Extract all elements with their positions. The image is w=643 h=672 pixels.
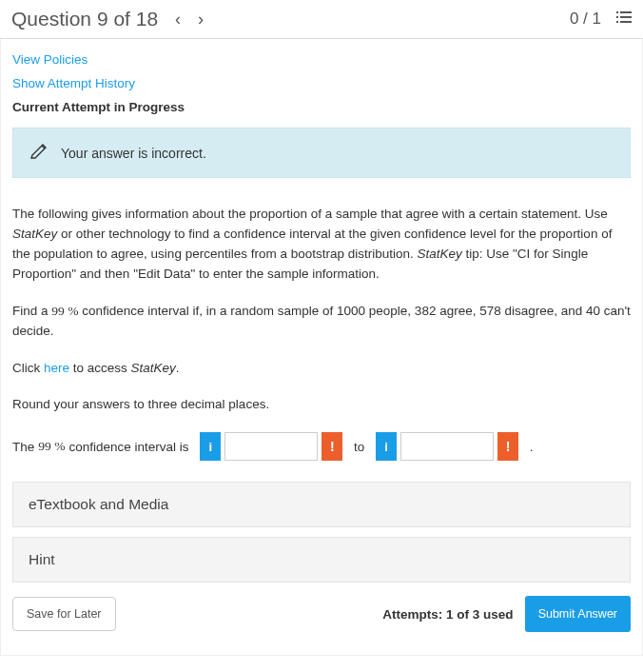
- instructions-p2: Find a 99 % confidence interval if, in a…: [12, 302, 631, 342]
- p5pct: 99 %: [38, 439, 65, 454]
- p3b: to access: [69, 361, 131, 375]
- footer-row: Save for Later Attempts: 1 of 3 used Sub…: [12, 596, 631, 632]
- instructions-p3: Click here to access StatKey.: [12, 359, 631, 379]
- submit-answer-button[interactable]: Submit Answer: [525, 596, 631, 632]
- error-icon-2: !: [497, 432, 518, 461]
- show-attempt-history-link[interactable]: Show Attempt History: [12, 76, 631, 90]
- statkey-2: StatKey: [418, 247, 462, 261]
- view-policies-link[interactable]: View Policies: [12, 52, 631, 67]
- save-for-later-button[interactable]: Save for Later: [12, 597, 116, 631]
- p2a: Find a: [12, 304, 51, 318]
- info-icon-2[interactable]: i: [376, 432, 397, 461]
- header-right: 0 / 1: [570, 10, 632, 29]
- statkey-3: StatKey: [131, 361, 176, 375]
- etextbook-panel[interactable]: eTextbook and Media: [12, 482, 631, 527]
- content-area: View Policies Show Attempt History Curre…: [1, 39, 642, 651]
- svg-rect-1: [620, 11, 632, 13]
- error-icon-1: !: [322, 432, 342, 461]
- alert-text: Your answer is incorrect.: [61, 146, 206, 161]
- to-label: to: [354, 440, 364, 454]
- p3c: .: [176, 361, 180, 375]
- answer-row: The 99 % confidence interval is i ! to i…: [12, 432, 631, 461]
- svg-rect-5: [620, 21, 632, 23]
- question-header: Question 9 of 18 ‹ › 0 / 1: [0, 0, 643, 39]
- instructions-p1: The following gives information about th…: [12, 205, 631, 285]
- attempt-title: Current Attempt in Progress: [12, 100, 631, 114]
- incorrect-alert: Your answer is incorrect.: [12, 128, 631, 178]
- nav-arrows: ‹ ›: [175, 10, 204, 30]
- prev-arrow-icon[interactable]: ‹: [175, 10, 181, 30]
- instructions-p4: Round your answers to three decimal plac…: [12, 395, 631, 415]
- p2b: confidence interval if, in a random samp…: [12, 304, 631, 338]
- statkey-link[interactable]: here: [44, 361, 69, 375]
- svg-rect-2: [616, 16, 618, 18]
- period: .: [530, 440, 534, 454]
- lower-bound-input[interactable]: [224, 432, 318, 461]
- p5b: confidence interval is: [68, 440, 188, 454]
- question-title: Question 9 of 18: [11, 8, 158, 30]
- question-list-icon[interactable]: [616, 10, 632, 28]
- pencil-icon: [30, 142, 49, 164]
- info-icon-1[interactable]: i: [200, 432, 221, 461]
- p1a: The following gives information about th…: [12, 207, 608, 221]
- p3a: Click: [12, 361, 44, 375]
- statkey-1: StatKey: [12, 227, 57, 241]
- footer-right: Attempts: 1 of 3 used Submit Answer: [382, 596, 631, 632]
- svg-rect-0: [616, 11, 618, 13]
- hint-panel[interactable]: Hint: [12, 537, 631, 583]
- p5a: The: [12, 440, 34, 454]
- svg-rect-4: [616, 21, 618, 23]
- next-arrow-icon[interactable]: ›: [198, 10, 204, 30]
- svg-rect-3: [620, 16, 632, 18]
- upper-bound-input[interactable]: [400, 432, 494, 461]
- header-left: Question 9 of 18 ‹ ›: [11, 8, 204, 30]
- attempts-label: Attempts: 1 of 3 used: [382, 607, 513, 622]
- p2pct: 99 %: [51, 304, 78, 318]
- score-display: 0 / 1: [570, 10, 601, 29]
